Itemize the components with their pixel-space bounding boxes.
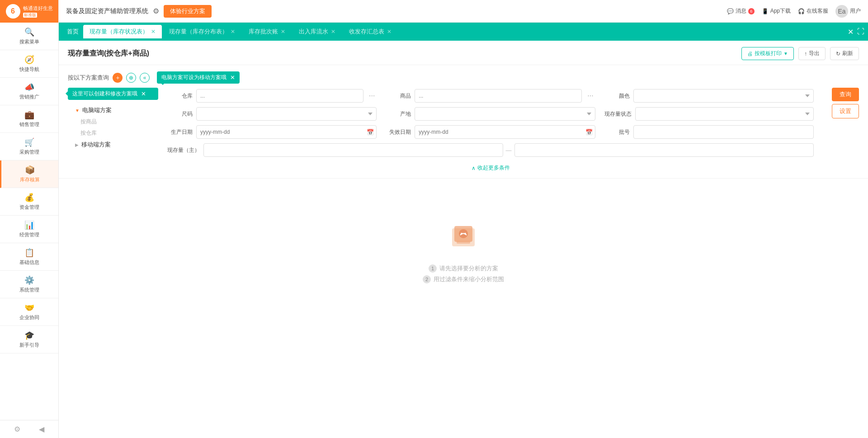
tab-end-icons: ✕ ⛶: [848, 28, 864, 36]
sidebar-item-enterprise[interactable]: 🤝 企业协同: [0, 298, 58, 326]
sidebar-item-system[interactable]: ⚙️ 系统管理: [0, 271, 58, 298]
sidebar-item-purchase[interactable]: 🛒 采购管理: [0, 133, 58, 160]
pc-scheme-children: 按商品 按仓库: [68, 116, 158, 139]
sidebar-label-purchase: 采购管理: [19, 149, 39, 155]
tab-inventory-dist[interactable]: 现存量（库存分布表） ✕: [163, 25, 241, 38]
sidebar-label-sales: 销售管理: [19, 121, 39, 128]
stock-main-label: 现存量（主）: [167, 146, 200, 154]
batch-filter-row: 批号: [604, 125, 814, 139]
size-select[interactable]: [196, 107, 377, 121]
main-content: 装备及固定资产辅助管理系统 ⚙ 体验行业方案 💬 消息 6 📱 App下载 🎧 …: [59, 0, 868, 438]
search-reset-area: 查询 设置: [832, 88, 859, 118]
origin-select[interactable]: [415, 107, 595, 121]
tooltip1-close[interactable]: ✕: [230, 74, 235, 81]
sidebar-label-quick: 快捷导航: [19, 66, 39, 73]
sidebar-item-inventory[interactable]: 📦 库存核算: [0, 160, 58, 188]
template-print-btn[interactable]: 🖨 按模板打印 ▼: [741, 47, 794, 60]
tab-home[interactable]: 首页: [62, 25, 83, 38]
batch-input[interactable]: [633, 125, 814, 139]
tab-close-inventory-dist[interactable]: ✕: [231, 28, 235, 35]
add-scheme-btn[interactable]: ＋: [113, 73, 123, 83]
user-menu[interactable]: Ea 用户: [835, 5, 861, 18]
settings-icon[interactable]: ⚙: [153, 7, 159, 15]
sidebar-item-operations[interactable]: 📊 经营管理: [0, 216, 58, 243]
tab-inout-flow[interactable]: 出入库流水 ✕: [292, 25, 342, 38]
app-download-btn[interactable]: 📱 App下载: [762, 7, 791, 15]
empty-hint-2: 2 用过滤条件来缩小分析范围: [423, 275, 504, 283]
goods-input[interactable]: [415, 89, 582, 103]
warehouse-input[interactable]: [196, 89, 363, 103]
sidebar-item-quick[interactable]: 🧭 快捷导航: [0, 50, 58, 78]
sidebar-item-search[interactable]: 🔍 搜索菜单: [0, 23, 58, 50]
pc-sub-item-goods[interactable]: 按商品: [77, 116, 158, 127]
tab-fullscreen-icon[interactable]: ⛶: [857, 28, 864, 36]
print-icon: 🖨: [747, 51, 753, 57]
online-support-btn[interactable]: 🎧 在线客服: [798, 7, 828, 15]
empty-state: 1 请先选择要分析的方案 2 用过滤条件来缩小分析范围: [59, 179, 868, 322]
origin-label: 产地: [386, 110, 411, 118]
cart-icon: 🛒: [24, 137, 34, 147]
tab-batch-account[interactable]: 库存批次账 ✕: [242, 25, 292, 38]
expiry-date-calendar-icon[interactable]: 📅: [585, 129, 593, 136]
header-left: 装备及固定资产辅助管理系统 ⚙ 体验行业方案: [66, 5, 212, 18]
production-date-input-wrap: 📅: [196, 125, 377, 139]
tab-close-inout-flow[interactable]: ✕: [331, 28, 335, 35]
svg-rect-5: [457, 241, 470, 244]
expiry-date-input[interactable]: [415, 125, 595, 139]
clipboard-icon: 📋: [24, 248, 34, 258]
message-btn[interactable]: 💬 消息 6: [727, 7, 755, 15]
expiry-date-label: 失效日期: [386, 128, 411, 136]
collapse-more-btn[interactable]: ∧ 收起更多条件: [472, 160, 510, 172]
pc-scheme-item[interactable]: ▼ 电脑端方案: [68, 104, 158, 116]
refresh-btn[interactable]: ↻ 刷新: [830, 47, 859, 60]
stock-status-select[interactable]: [635, 107, 814, 121]
reset-btn[interactable]: 设置: [832, 104, 859, 118]
collapse-sidebar-icon[interactable]: ◀: [39, 425, 44, 433]
export-btn[interactable]: ↑ 导出: [798, 47, 826, 60]
pc-sub-item-warehouse[interactable]: 按仓库: [77, 127, 158, 139]
sidebar-item-guide[interactable]: 🎓 新手引导: [0, 326, 58, 353]
tab-close-all-icon[interactable]: ✕: [848, 28, 854, 36]
export-icon: ↑: [804, 51, 807, 57]
production-date-input[interactable]: [196, 125, 377, 139]
color-select[interactable]: [633, 89, 814, 103]
tab-recv-send[interactable]: 收发存汇总表 ✕: [343, 25, 398, 38]
page-content: 现存量查询(按仓库+商品) 🖨 按模板打印 ▼ ↑ 导出 ↻ 刷新: [59, 41, 868, 438]
warehouse-more-btn[interactable]: ···: [367, 92, 377, 100]
goods-filter-row: 商品 ···: [386, 89, 595, 103]
expiry-date-filter-row: 失效日期 📅: [386, 125, 595, 139]
tab-bar: 首页 现存量（库存状况表） ✕ 现存量（库存分布表） ✕ 库存批次账 ✕ 出入库…: [59, 23, 868, 41]
sidebar-item-marketing[interactable]: 📣 营销推广: [0, 78, 58, 105]
production-date-filter-row: 生产日期 📅: [167, 125, 377, 139]
color-filter-row: 颜色: [604, 89, 814, 103]
sidebar-item-sales[interactable]: 💼 销售管理: [0, 105, 58, 133]
search-btn[interactable]: 查询: [832, 88, 859, 101]
bell-icon: 💬: [727, 8, 734, 14]
tab-close-inventory-status[interactable]: ✕: [151, 28, 156, 35]
page-actions: 🖨 按模板打印 ▼ ↑ 导出 ↻ 刷新: [741, 47, 859, 60]
goods-label: 商品: [386, 92, 411, 100]
edit-scheme-btn[interactable]: ⊕: [126, 73, 136, 83]
mobile-scheme-item[interactable]: ▶ 移动端方案: [68, 139, 158, 151]
tab-close-recv-send[interactable]: ✕: [387, 28, 392, 35]
tab-inventory-status[interactable]: 现存量（库存状况表） ✕: [83, 25, 162, 38]
settings-footer-icon[interactable]: ⚙: [14, 425, 20, 433]
arrow-scheme-btn[interactable]: «: [140, 73, 150, 83]
handshake-icon: 🤝: [24, 303, 34, 313]
message-badge: 6: [748, 8, 755, 14]
tab-close-batch-account[interactable]: ✕: [281, 28, 285, 35]
chevron-up-icon: ∧: [472, 165, 476, 171]
size-filter-row: 尺码: [167, 107, 377, 121]
stock-main-max[interactable]: [514, 143, 814, 157]
stock-main-min[interactable]: [203, 143, 503, 157]
goods-more-btn[interactable]: ···: [585, 92, 595, 100]
sidebar: 6 畅通道好生意 标准版 🔍 搜索菜单 🧭 快捷导航 📣 营销推广 💼 销售管理…: [0, 0, 59, 438]
batch-label: 批号: [604, 128, 630, 136]
sidebar-item-finance[interactable]: 💰 资金管理: [0, 188, 58, 216]
sidebar-item-basics[interactable]: 📋 基础信息: [0, 243, 58, 271]
page-header: 现存量查询(按仓库+商品) 🖨 按模板打印 ▼ ↑ 导出 ↻ 刷新: [59, 41, 868, 65]
production-date-calendar-icon[interactable]: 📅: [367, 129, 374, 136]
warehouse-filter-row: 仓库 ···: [167, 89, 377, 103]
trial-btn[interactable]: 体验行业方案: [164, 5, 212, 18]
tooltip2-close[interactable]: ✕: [141, 90, 146, 97]
